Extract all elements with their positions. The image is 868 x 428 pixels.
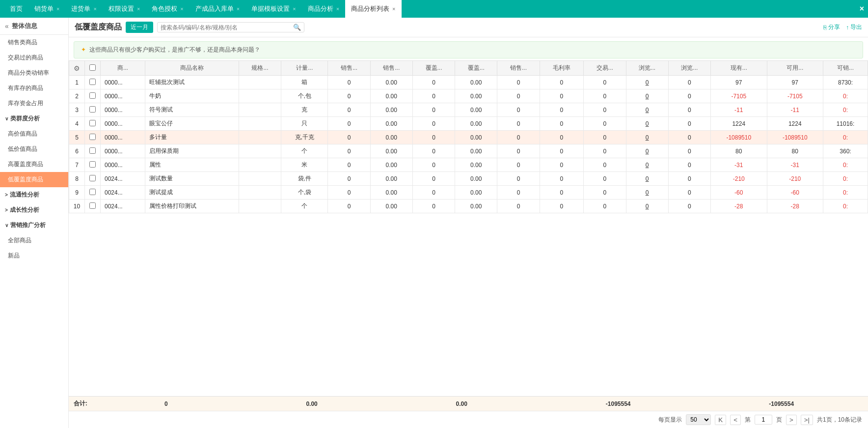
nav-item-roleauth[interactable]: 角色授权 ×: [146, 0, 189, 18]
sidebar-item-category-rate[interactable]: 商品分类动销率: [0, 65, 68, 81]
th-sales2[interactable]: 销售...: [497, 61, 540, 76]
share-button[interactable]: ⎘ 分享: [823, 23, 840, 31]
nav-close-template[interactable]: ×: [293, 6, 296, 12]
th-code[interactable]: 商...: [101, 61, 145, 76]
th-view1[interactable]: 浏览...: [626, 61, 668, 76]
nav-item-sales[interactable]: 销货单 ×: [28, 0, 65, 18]
sidebar-item-in-stock[interactable]: 有库存的商品: [0, 81, 68, 96]
th-name[interactable]: 商品名称: [145, 61, 239, 76]
row-checkbox[interactable]: [89, 79, 96, 85]
nav-item-inventory[interactable]: 产成品入库单 ×: [190, 0, 245, 18]
cell-checkbox[interactable]: [85, 144, 101, 158]
cell-name[interactable]: 测试数量: [145, 172, 239, 186]
th-trade[interactable]: 交易...: [584, 61, 626, 76]
sidebar-group-growth[interactable]: > 成长性分析: [0, 202, 68, 218]
nav-item-analysis[interactable]: 商品分析 ×: [302, 0, 345, 18]
page-input[interactable]: [755, 415, 772, 425]
sidebar-item-sales[interactable]: 销售类商品: [0, 35, 68, 50]
th-current[interactable]: 现有...: [711, 61, 767, 76]
nav-item-home[interactable]: 首页: [4, 0, 28, 18]
th-available[interactable]: 可用...: [767, 61, 823, 76]
cell-name[interactable]: 属性价格打印测试: [145, 200, 239, 213]
cell-view1[interactable]: 0: [626, 103, 668, 117]
cell-view1[interactable]: 0: [626, 76, 668, 89]
cell-name[interactable]: 旺辅批次测试: [145, 76, 239, 89]
th-unit[interactable]: 计量...: [281, 61, 328, 76]
cell-name[interactable]: 启用保质期: [145, 144, 239, 158]
cell-name[interactable]: 牛奶: [145, 89, 239, 103]
sidebar-item-traded[interactable]: 交易过的商品: [0, 50, 68, 65]
period-button[interactable]: 近一月: [126, 22, 153, 33]
nav-close-analysis[interactable]: ×: [336, 6, 339, 12]
sidebar-group-circulation[interactable]: > 流通性分析: [0, 187, 68, 202]
cell-view1[interactable]: 0: [626, 144, 668, 158]
select-all-checkbox[interactable]: [89, 64, 96, 71]
row-checkbox[interactable]: [89, 175, 96, 181]
nav-close-purchase[interactable]: ×: [93, 6, 96, 12]
cell-checkbox[interactable]: [85, 103, 101, 117]
sidebar-item-new-products[interactable]: 新品: [0, 248, 68, 263]
cell-checkbox[interactable]: [85, 200, 101, 213]
th-sales-qty1[interactable]: 销售...: [328, 61, 370, 76]
sidebar-group-marketing[interactable]: ∨ 营销推广分析: [0, 218, 68, 233]
sidebar-header[interactable]: « 整体信息: [0, 18, 68, 35]
cell-checkbox[interactable]: [85, 172, 101, 186]
row-checkbox[interactable]: [89, 202, 96, 209]
cell-name[interactable]: 眼宝公仔: [145, 117, 239, 131]
nav-close-sales[interactable]: ×: [56, 6, 59, 12]
cell-view1[interactable]: 0: [626, 158, 668, 172]
nav-item-template[interactable]: 单据模板设置 ×: [245, 0, 301, 18]
cell-view1[interactable]: 0: [626, 172, 668, 186]
row-checkbox[interactable]: [89, 147, 96, 154]
row-checkbox[interactable]: [89, 189, 96, 195]
th-sales-amt[interactable]: 销售...: [370, 61, 412, 76]
sidebar-item-stock-capital[interactable]: 库存资金占用: [0, 96, 68, 111]
nav-close-roleauth[interactable]: ×: [180, 6, 183, 12]
last-page-btn[interactable]: >|: [801, 415, 813, 425]
row-checkbox[interactable]: [89, 134, 96, 140]
nav-close-all-btn[interactable]: ×: [860, 4, 864, 13]
cell-name[interactable]: 测试提成: [145, 186, 239, 200]
nav-item-analysis-list[interactable]: 商品分析列表 ×: [345, 0, 401, 18]
cell-view1[interactable]: 0: [626, 131, 668, 144]
cell-checkbox[interactable]: [85, 117, 101, 131]
nav-close-permsetting[interactable]: ×: [137, 6, 140, 12]
cell-name[interactable]: 符号测试: [145, 103, 239, 117]
cell-checkbox[interactable]: [85, 186, 101, 200]
sidebar-group-category[interactable]: ∨ 类群度分析: [0, 111, 68, 126]
nav-close-analysis-list[interactable]: ×: [392, 6, 395, 12]
th-cover1[interactable]: 覆盖...: [412, 61, 455, 76]
prev-page-btn[interactable]: <: [730, 415, 741, 425]
nav-close-inventory[interactable]: ×: [237, 6, 240, 12]
th-spec[interactable]: 规格...: [239, 61, 281, 76]
th-salable[interactable]: 可销...: [823, 61, 868, 76]
sidebar-item-high-value[interactable]: 高价值商品: [0, 126, 68, 142]
next-page-btn[interactable]: >: [786, 415, 797, 425]
per-page-select[interactable]: 50 100 200: [686, 414, 711, 425]
cell-name[interactable]: 多计量: [145, 131, 239, 144]
cell-checkbox[interactable]: [85, 89, 101, 103]
sidebar-item-all-products[interactable]: 全部商品: [0, 233, 68, 248]
search-box[interactable]: 🔍: [157, 22, 304, 32]
export-button[interactable]: ↑ 导出: [846, 23, 862, 31]
search-input[interactable]: [161, 24, 293, 31]
th-view2[interactable]: 浏览...: [668, 61, 710, 76]
cell-view1[interactable]: 0: [626, 186, 668, 200]
cell-view1[interactable]: 0: [626, 89, 668, 103]
row-checkbox[interactable]: [89, 161, 96, 168]
cell-view1[interactable]: 0: [626, 200, 668, 213]
first-page-btn[interactable]: K: [715, 415, 726, 425]
cell-checkbox[interactable]: [85, 131, 101, 144]
th-settings[interactable]: ⚙: [69, 61, 85, 76]
th-gross-rate[interactable]: 毛利率: [540, 61, 584, 76]
sidebar-item-high-coverage[interactable]: 高覆盖度商品: [0, 157, 68, 172]
th-checkbox[interactable]: [85, 61, 101, 76]
cell-view1[interactable]: 0: [626, 117, 668, 131]
cell-name[interactable]: 属性: [145, 158, 239, 172]
nav-item-purchase[interactable]: 进货单 ×: [65, 0, 102, 18]
row-checkbox[interactable]: [89, 106, 96, 113]
settings-icon[interactable]: ⚙: [74, 64, 80, 72]
table-container[interactable]: ⚙ 商... 商品名称 规格... 计量... 销售... 销售... 覆盖..…: [69, 60, 868, 396]
th-cover2[interactable]: 覆盖...: [455, 61, 497, 76]
cell-checkbox[interactable]: [85, 158, 101, 172]
